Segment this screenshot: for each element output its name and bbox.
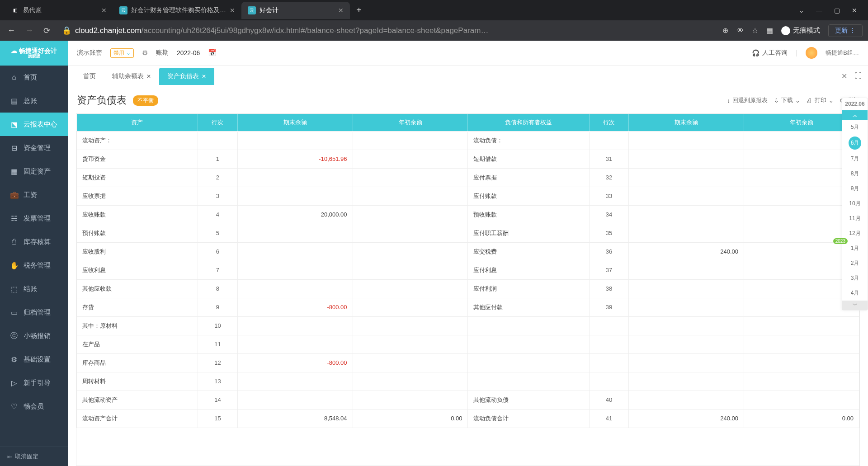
- disable-tag[interactable]: 禁用 ⌄: [110, 48, 134, 58]
- sidebar-item-8[interactable]: ✋税务管理: [0, 254, 68, 277]
- rollback-button[interactable]: ↓回退到原报表: [727, 96, 768, 104]
- browser-tab-1[interactable]: 云 好会计财务管理软件购买价格及… ✕: [113, 2, 241, 19]
- table-row[interactable]: 存货9-800.00其他应付款39: [77, 298, 859, 316]
- cell-rownum: 12: [198, 353, 237, 372]
- browser-tab-2[interactable]: 云 好会计 ✕: [241, 2, 350, 19]
- sidebar-item-11[interactable]: ⓒ小畅报销: [0, 324, 68, 348]
- table-row[interactable]: 应收利息7应付利息37: [77, 261, 859, 279]
- month-option[interactable]: 7月: [842, 151, 868, 166]
- extension-icon[interactable]: ▦: [766, 26, 773, 35]
- cell-end-balance2: [629, 372, 744, 391]
- table-row[interactable]: 周转材料13: [77, 372, 859, 391]
- table-row[interactable]: 在产品11: [77, 335, 859, 353]
- brand-logo[interactable]: ☁畅捷通好会计 旗舰版: [0, 41, 68, 66]
- eye-off-icon[interactable]: 👁: [736, 27, 744, 35]
- table-row[interactable]: 应收票据3应付账款33: [77, 187, 859, 205]
- maximize-icon[interactable]: ▢: [834, 7, 840, 14]
- sidebar-item-5[interactable]: 💼工资: [0, 183, 68, 207]
- back-button[interactable]: ←: [5, 24, 17, 37]
- fullscreen-icon[interactable]: ⛶: [854, 72, 862, 80]
- close-icon[interactable]: ✕: [230, 7, 235, 14]
- cell-liability: 流动负债：: [468, 131, 589, 150]
- sidebar-item-6[interactable]: ☵发票管理: [0, 207, 68, 230]
- gear-icon[interactable]: ⚙: [142, 49, 148, 57]
- print-button[interactable]: 🖨打印⌄: [807, 96, 834, 104]
- forward-button[interactable]: →: [24, 24, 35, 37]
- sidebar-item-12[interactable]: ⚙基础设置: [0, 348, 68, 371]
- sidebar-item-9[interactable]: ⬚结账: [0, 277, 68, 301]
- nav-label: 基础设置: [24, 355, 51, 364]
- support-link[interactable]: 🎧人工咨询: [752, 49, 788, 57]
- zoom-icon[interactable]: ⊕: [722, 26, 728, 35]
- month-option[interactable]: 10月: [842, 196, 868, 211]
- table-row[interactable]: 货币资金1-10,651.96短期借款31: [77, 150, 859, 168]
- month-option[interactable]: 2月: [842, 256, 868, 271]
- sidebar-item-4[interactable]: ▦固定资产: [0, 160, 68, 183]
- cell-asset: 预付账款: [77, 224, 198, 242]
- table-row[interactable]: 库存商品12-800.00: [77, 353, 859, 372]
- table-row[interactable]: 流动资产：流动负债：: [77, 131, 859, 150]
- cell-end-balance: [237, 242, 353, 261]
- close-icon[interactable]: ✕: [146, 73, 151, 80]
- update-button[interactable]: 更新 ⋮: [828, 24, 863, 37]
- cell-rownum: [198, 131, 237, 150]
- cell-liability: 应付利润: [468, 279, 589, 298]
- table-row[interactable]: 短期投资2应付票据32: [77, 168, 859, 187]
- month-option[interactable]: 6月: [849, 137, 861, 150]
- table-row[interactable]: 流动资产合计158,548.040.00流动负债合计41240.000.00: [77, 409, 859, 428]
- nav-icon: ⬚: [10, 285, 18, 293]
- chevron-down-icon[interactable]: ⌄: [799, 7, 804, 14]
- cell-asset: 货币资金: [77, 150, 198, 168]
- month-option[interactable]: 8月: [842, 166, 868, 181]
- close-icon[interactable]: ✕: [202, 73, 206, 80]
- minimize-icon[interactable]: —: [816, 7, 822, 14]
- table-row[interactable]: 应收股利6应交税费36240.00: [77, 242, 859, 261]
- close-window-icon[interactable]: ✕: [852, 7, 857, 14]
- month-picker-down[interactable]: ︾: [842, 301, 868, 310]
- close-all-tabs-icon[interactable]: ✕: [841, 72, 847, 80]
- table-row[interactable]: 应收账款420,000.00预收账款34: [77, 205, 859, 224]
- cell-begin-balance: [353, 372, 468, 391]
- sidebar-item-2[interactable]: ⬔云报表中心: [0, 113, 68, 136]
- new-tab-button[interactable]: +: [350, 5, 368, 15]
- month-picker-up[interactable]: ︽: [842, 110, 868, 120]
- table-row[interactable]: 预付账款5应付职工薪酬35: [77, 224, 859, 242]
- username[interactable]: 畅捷通B组…: [826, 49, 859, 57]
- th-begin-balance: 年初余额: [353, 114, 468, 131]
- table-row[interactable]: 其中：原材料10: [77, 316, 859, 335]
- month-option[interactable]: 3月: [842, 271, 868, 286]
- month-option[interactable]: 4月: [842, 286, 868, 301]
- app-tab-0[interactable]: 首页: [75, 68, 104, 85]
- address-bar[interactable]: 🔒 cloud2.chanjet.com/accounting/uh26t264…: [58, 26, 716, 35]
- sidebar-item-1[interactable]: ▤总账: [0, 89, 68, 113]
- month-option[interactable]: 11月: [842, 211, 868, 226]
- table-row[interactable]: 其他流动资产14其他流动负债40: [77, 391, 859, 409]
- app-tab-2[interactable]: 资产负债表✕: [159, 68, 214, 85]
- sidebar-item-13[interactable]: ▷新手引导: [0, 371, 68, 395]
- browser-tab-0[interactable]: ◧ 易代账 ✕: [5, 2, 113, 19]
- reload-button[interactable]: ⟳: [42, 24, 52, 38]
- sidebar-item-14[interactable]: ♡畅会员: [0, 395, 68, 418]
- nav-label: 首页: [24, 73, 37, 82]
- month-picker-year[interactable]: 2022.06: [842, 98, 868, 110]
- nav-label: 新手引导: [24, 379, 51, 387]
- sidebar-item-3[interactable]: ⊟资金管理: [0, 136, 68, 160]
- sidebar-item-0[interactable]: ⌂首页: [0, 66, 68, 89]
- headset-icon: 🎧: [752, 49, 760, 56]
- sidebar-item-10[interactable]: ▭归档管理: [0, 301, 68, 324]
- account-name[interactable]: 演示账套: [77, 49, 102, 57]
- sidebar-item-7[interactable]: ⎙库存核算: [0, 230, 68, 254]
- calendar-icon[interactable]: 📅: [208, 49, 217, 57]
- month-option[interactable]: 9月: [842, 181, 868, 196]
- download-button[interactable]: ⇩下载⌄: [774, 96, 800, 104]
- table-row[interactable]: 其他应收款8应付利润38: [77, 279, 859, 298]
- star-icon[interactable]: ☆: [752, 26, 758, 35]
- avatar[interactable]: [806, 47, 817, 59]
- sidebar-unpin[interactable]: ⇤ 取消固定: [0, 447, 68, 466]
- close-icon[interactable]: ✕: [338, 7, 344, 14]
- close-icon[interactable]: ✕: [101, 7, 107, 14]
- download-arrow-icon: ↓: [727, 97, 731, 104]
- cell-end-balance2: [629, 353, 744, 372]
- month-option[interactable]: 5月: [842, 120, 868, 135]
- app-tab-1[interactable]: 辅助余额表✕: [104, 68, 159, 85]
